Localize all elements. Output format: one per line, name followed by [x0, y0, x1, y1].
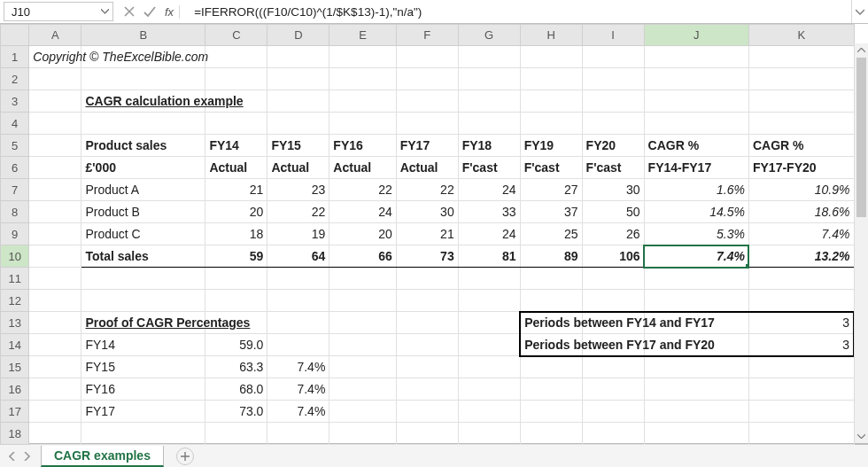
- cell-C3[interactable]: [205, 90, 267, 113]
- cell-G9[interactable]: 24: [458, 223, 520, 245]
- cell-D6[interactable]: Actual: [267, 157, 329, 179]
- cell-G10[interactable]: 81: [458, 245, 520, 268]
- cell-E2[interactable]: [329, 68, 396, 90]
- cell-D8[interactable]: 22: [267, 201, 329, 223]
- cell-E1[interactable]: [329, 46, 396, 68]
- cell-F12[interactable]: [396, 290, 458, 312]
- cell-K13[interactable]: 3: [748, 312, 854, 334]
- cell-H6[interactable]: F'cast: [520, 157, 582, 179]
- cell-I9[interactable]: 26: [582, 223, 644, 245]
- cell-K14[interactable]: 3: [748, 334, 854, 356]
- cell-J5[interactable]: CAGR %: [644, 135, 748, 157]
- cell-C13[interactable]: [205, 312, 267, 334]
- cell-E15[interactable]: [329, 356, 396, 378]
- cell-C11[interactable]: [205, 268, 267, 290]
- cell-D13[interactable]: [267, 312, 329, 334]
- cell-C7[interactable]: 21: [205, 179, 267, 201]
- cell-H10[interactable]: 89: [520, 245, 582, 268]
- column-header-H[interactable]: H: [520, 25, 582, 46]
- cell-B3[interactable]: CAGR calculation example: [81, 90, 205, 113]
- cell-F18[interactable]: [396, 423, 458, 445]
- column-header-J[interactable]: J: [644, 25, 748, 46]
- cell-E4[interactable]: [329, 113, 396, 135]
- cell-I6[interactable]: F'cast: [582, 157, 644, 179]
- cell-H3[interactable]: [520, 90, 582, 113]
- cell-C10[interactable]: 59: [205, 245, 267, 268]
- cell-G2[interactable]: [458, 68, 520, 90]
- cell-I11[interactable]: [582, 268, 644, 290]
- cell-F13[interactable]: [396, 312, 458, 334]
- scroll-up-icon[interactable]: [855, 43, 868, 58]
- cell-H2[interactable]: [520, 68, 582, 90]
- cell-H5[interactable]: FY19: [520, 135, 582, 157]
- scroll-down-icon[interactable]: [855, 429, 868, 443]
- row-header-14[interactable]: 14: [1, 334, 29, 356]
- cell-H12[interactable]: [520, 290, 582, 312]
- cell-H1[interactable]: [520, 46, 582, 68]
- cell-A3[interactable]: [29, 90, 81, 113]
- cell-D4[interactable]: [267, 113, 329, 135]
- cell-J12[interactable]: [644, 290, 748, 312]
- cell-G8[interactable]: 33: [458, 201, 520, 223]
- cell-D9[interactable]: 19: [267, 223, 329, 245]
- cell-K18[interactable]: [748, 423, 854, 445]
- row-header-15[interactable]: 15: [1, 356, 29, 378]
- cell-E8[interactable]: 24: [329, 201, 396, 223]
- cell-D18[interactable]: [267, 423, 329, 445]
- cell-G12[interactable]: [458, 290, 520, 312]
- cell-C5[interactable]: FY14: [205, 135, 267, 157]
- row-header-1[interactable]: 1: [1, 46, 29, 68]
- row-header-8[interactable]: 8: [1, 201, 29, 223]
- cell-A17[interactable]: [29, 401, 81, 423]
- cell-J11[interactable]: [644, 268, 748, 290]
- row-header-13[interactable]: 13: [1, 312, 29, 334]
- cell-J14[interactable]: [644, 334, 748, 356]
- cell-A9[interactable]: [29, 223, 81, 245]
- column-header-C[interactable]: C: [205, 25, 267, 46]
- cell-A7[interactable]: [29, 179, 81, 201]
- column-header-E[interactable]: E: [329, 25, 396, 46]
- cell-A5[interactable]: [29, 135, 81, 157]
- cell-G1[interactable]: [458, 46, 520, 68]
- cell-A15[interactable]: [29, 356, 81, 378]
- cell-D2[interactable]: [267, 68, 329, 90]
- cell-I13[interactable]: [582, 312, 644, 334]
- cell-J2[interactable]: [644, 68, 748, 90]
- cell-G6[interactable]: F'cast: [458, 157, 520, 179]
- row-header-10[interactable]: 10: [1, 245, 29, 268]
- cell-B17[interactable]: FY17: [81, 401, 205, 423]
- cell-I12[interactable]: [582, 290, 644, 312]
- cell-F2[interactable]: [396, 68, 458, 90]
- cell-E16[interactable]: [329, 378, 396, 401]
- cell-E12[interactable]: [329, 290, 396, 312]
- cell-D17[interactable]: 7.4%: [267, 401, 329, 423]
- cell-G3[interactable]: [458, 90, 520, 113]
- cell-I3[interactable]: [582, 90, 644, 113]
- column-header-B[interactable]: B: [81, 25, 205, 46]
- cell-G4[interactable]: [458, 113, 520, 135]
- cell-B5[interactable]: Product sales: [81, 135, 205, 157]
- cell-K6[interactable]: FY17-FY20: [748, 157, 854, 179]
- cell-I7[interactable]: 30: [582, 179, 644, 201]
- cell-K10[interactable]: 13.2%: [748, 245, 854, 268]
- cell-F6[interactable]: Actual: [396, 157, 458, 179]
- sheet-nav-next-icon[interactable]: [23, 452, 30, 461]
- cell-F8[interactable]: 30: [396, 201, 458, 223]
- row-header-6[interactable]: 6: [1, 157, 29, 179]
- column-header-K[interactable]: K: [748, 25, 854, 46]
- select-all-button[interactable]: [1, 25, 29, 46]
- cell-J15[interactable]: [644, 356, 748, 378]
- cell-H11[interactable]: [520, 268, 582, 290]
- cell-B7[interactable]: Product A: [81, 179, 205, 201]
- cell-F15[interactable]: [396, 356, 458, 378]
- cell-J8[interactable]: 14.5%: [644, 201, 748, 223]
- cell-K11[interactable]: [748, 268, 854, 290]
- cell-C6[interactable]: Actual: [205, 157, 267, 179]
- cell-F11[interactable]: [396, 268, 458, 290]
- cell-I5[interactable]: FY20: [582, 135, 644, 157]
- row-header-18[interactable]: 18: [1, 423, 29, 445]
- cell-J7[interactable]: 1.6%: [644, 179, 748, 201]
- cell-K12[interactable]: [748, 290, 854, 312]
- cell-F4[interactable]: [396, 113, 458, 135]
- cell-E7[interactable]: 22: [329, 179, 396, 201]
